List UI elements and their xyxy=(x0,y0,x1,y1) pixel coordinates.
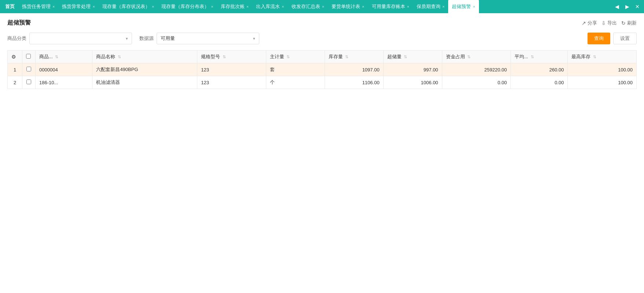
nav-tab-7[interactable]: 要货单统计表 × xyxy=(328,0,368,13)
close-tab-10[interactable]: × xyxy=(473,4,475,9)
gear-icon[interactable]: ⚙ xyxy=(11,54,16,60)
column-unit-label: 主计量 xyxy=(270,54,284,59)
row-checkbox[interactable] xyxy=(26,79,31,84)
nav-tab-1[interactable]: 拣货异常处理 × xyxy=(58,0,98,13)
column-product-code-label: 商品... xyxy=(39,54,53,59)
close-tab-7[interactable]: × xyxy=(362,4,364,9)
datasource-select[interactable]: 可用量 ▾ xyxy=(157,33,259,44)
cell-stock: 1106.00 xyxy=(325,76,383,89)
close-tab-9[interactable]: × xyxy=(442,4,444,9)
sort-product-name-icon[interactable]: ⇅ xyxy=(118,55,121,59)
page-title: 超储预警 xyxy=(7,19,31,27)
refresh-button[interactable]: ↻ 刷新 xyxy=(621,20,637,26)
nav-next-button[interactable]: ▶ xyxy=(622,0,632,13)
filter-row: 商品分类 ▾ 数据源 可用量 ▾ 查询 设置 xyxy=(7,33,637,44)
page-actions: ↗ 分享 ⇩ 导出 ↻ 刷新 xyxy=(582,20,637,26)
close-tab-3[interactable]: × xyxy=(211,4,213,9)
cell-over-stock: 997.00 xyxy=(383,63,442,76)
setting-button[interactable]: 设置 xyxy=(613,33,637,44)
column-over-stock[interactable]: 超储量 ⇅ xyxy=(383,51,442,63)
row-checkbox-cell xyxy=(22,76,36,89)
sort-max-stock-icon[interactable]: ⇅ xyxy=(593,55,596,59)
datasource-label: 数据源 xyxy=(139,35,154,42)
cell-product-code: 0000004 xyxy=(36,63,92,76)
nav-tab-9[interactable]: 保质期查询 × xyxy=(413,0,448,13)
close-tab-8[interactable]: × xyxy=(407,4,409,9)
nav-tab-8[interactable]: 可用量库存账本 × xyxy=(368,0,413,13)
cell-capital: 0.00 xyxy=(442,76,511,89)
close-tab-1[interactable]: × xyxy=(92,4,95,9)
column-unit[interactable]: 主计量 ⇅ xyxy=(266,51,325,63)
sort-spec-icon[interactable]: ⇅ xyxy=(223,55,226,59)
table-header-row: ⚙ 商品... ⇅ 商品名称 ⇅ 规格型号 ⇅ 主计量 xyxy=(8,51,637,63)
column-stock[interactable]: 库存量 ⇅ xyxy=(325,51,383,63)
refresh-icon: ↻ xyxy=(621,20,626,26)
category-filter-group: 商品分类 ▾ xyxy=(7,33,132,44)
cell-over-stock: 1006.00 xyxy=(383,76,442,89)
sort-capital-icon[interactable]: ⇅ xyxy=(467,55,471,59)
cell-stock: 1097.00 xyxy=(325,63,383,76)
column-spec[interactable]: 规格型号 ⇅ xyxy=(197,51,266,63)
row-checkbox[interactable] xyxy=(26,67,31,71)
data-table: ⚙ 商品... ⇅ 商品名称 ⇅ 规格型号 ⇅ 主计量 xyxy=(7,50,637,89)
nav-prev-button[interactable]: ◀ xyxy=(612,0,622,13)
close-tab-4[interactable]: × xyxy=(246,4,249,9)
export-icon: ⇩ xyxy=(601,20,606,26)
column-spec-label: 规格型号 xyxy=(201,54,220,59)
cell-product-name: 六配套新昌490BPG xyxy=(92,63,197,76)
close-tab-6[interactable]: × xyxy=(322,4,324,9)
column-capital[interactable]: 资金占用 ⇅ xyxy=(442,51,511,63)
nav-tab-4[interactable]: 库存批次账 × xyxy=(217,0,252,13)
column-max-stock[interactable]: 最高库存 ⇅ xyxy=(568,51,637,63)
export-button[interactable]: ⇩ 导出 xyxy=(601,20,617,26)
nav-tab-10[interactable]: 超储预警 × xyxy=(448,0,479,13)
close-tab-2[interactable]: × xyxy=(152,4,154,9)
column-avg[interactable]: 平均... ⇅ xyxy=(511,51,568,63)
column-product-name[interactable]: 商品名称 ⇅ xyxy=(92,51,197,63)
close-tab-0[interactable]: × xyxy=(52,4,55,9)
table-row: 1 0000004 六配套新昌490BPG 123 套 1097.00 997.… xyxy=(8,63,637,76)
nav-tab-0[interactable]: 拣货任务管理 × xyxy=(18,0,58,13)
category-chevron-icon: ▾ xyxy=(126,36,128,41)
sort-stock-icon[interactable]: ⇅ xyxy=(345,55,348,59)
row-number: 1 xyxy=(8,63,22,76)
share-icon: ↗ xyxy=(582,20,586,26)
sort-avg-icon[interactable]: ⇅ xyxy=(531,55,534,59)
sort-unit-icon[interactable]: ⇅ xyxy=(286,55,290,59)
cell-max-stock: 100.00 xyxy=(568,76,637,89)
main-content: 超储预警 ↗ 分享 ⇩ 导出 ↻ 刷新 商品分类 ▾ 数据源 xyxy=(0,13,644,293)
column-over-stock-label: 超储量 xyxy=(387,54,402,59)
row-checkbox-cell xyxy=(22,63,36,76)
column-settings[interactable]: ⚙ xyxy=(8,51,22,63)
column-avg-label: 平均... xyxy=(515,54,528,59)
column-capital-label: 资金占用 xyxy=(446,54,465,59)
column-max-stock-label: 最高库存 xyxy=(571,54,590,59)
cell-product-code: 186-10... xyxy=(36,76,92,89)
datasource-select-value: 可用量 xyxy=(161,35,175,42)
column-stock-label: 库存量 xyxy=(329,54,343,59)
column-product-code[interactable]: 商品... ⇅ xyxy=(36,51,92,63)
table-row: 2 186-10... 机油滤清器 123 个 1106.00 1006.00 … xyxy=(8,76,637,89)
close-tab-5[interactable]: × xyxy=(282,4,284,9)
nav-tab-2[interactable]: 现存量（库存状况表） × xyxy=(99,0,158,13)
sort-product-code-icon[interactable]: ⇅ xyxy=(55,55,58,59)
share-button[interactable]: ↗ 分享 xyxy=(582,20,597,26)
top-navigation: 首页 拣货任务管理 × 拣货异常处理 × 现存量（库存状况表） × 现存量（库存… xyxy=(0,0,644,13)
nav-close-button[interactable]: ✕ xyxy=(632,0,643,13)
query-button[interactable]: 查询 xyxy=(588,33,610,44)
sort-over-stock-icon[interactable]: ⇅ xyxy=(404,55,407,59)
page-header: 超储预警 ↗ 分享 ⇩ 导出 ↻ 刷新 xyxy=(7,19,637,27)
column-checkbox xyxy=(22,51,36,63)
cell-spec: 123 xyxy=(197,63,266,76)
nav-tab-6[interactable]: 收发存汇总表 × xyxy=(288,0,328,13)
cell-capital: 259220.00 xyxy=(442,63,511,76)
cell-max-stock: 100.00 xyxy=(568,63,637,76)
select-all-checkbox[interactable] xyxy=(26,54,31,59)
nav-tab-3[interactable]: 现存量（库存分布表） × xyxy=(158,0,217,13)
nav-home[interactable]: 首页 xyxy=(1,0,18,13)
category-label: 商品分类 xyxy=(7,35,26,42)
category-select[interactable]: ▾ xyxy=(29,33,132,44)
nav-tab-5[interactable]: 出入库流水 × xyxy=(252,0,288,13)
nav-arrow-group: ◀ ▶ ✕ xyxy=(612,0,643,13)
datasource-filter-group: 数据源 可用量 ▾ xyxy=(139,33,259,44)
